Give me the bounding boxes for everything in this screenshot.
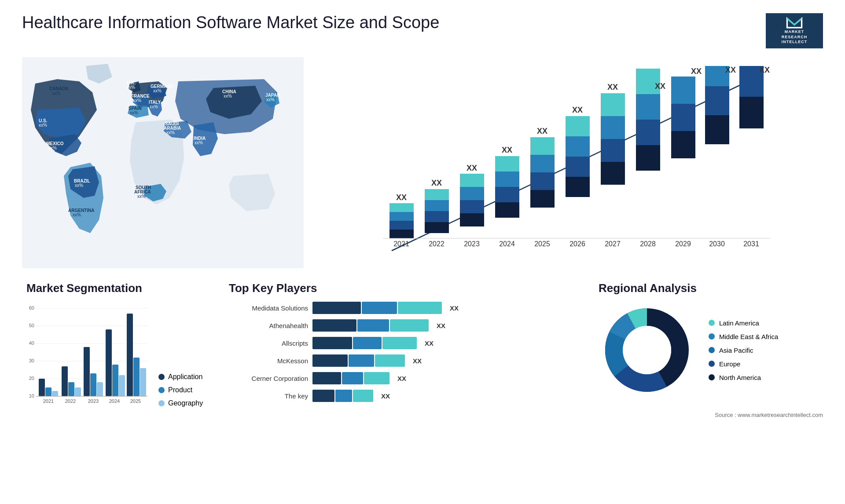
svg-text:50: 50 [29,323,34,328]
svg-text:xx%: xx% [48,146,57,150]
svg-text:10: 10 [29,393,34,398]
latin-america-dot [709,320,715,326]
legend-latin-america: Latin America [709,319,778,327]
svg-text:XX: XX [655,82,665,91]
world-map: CANADA xx% U.S. xx% MEXICO xx% BRAZIL xx… [22,57,304,268]
svg-rect-130 [140,368,146,396]
svg-text:2026: 2026 [569,240,585,248]
regional-legend: Latin America Middle East & Africa Asia … [709,319,778,381]
player-bar-dark-5 [312,372,341,384]
player-value-6: XX [381,392,390,400]
player-bar-light-6 [353,390,373,402]
europe-dot [709,361,715,367]
svg-text:40: 40 [29,340,34,346]
player-bar-dark-6 [312,390,334,402]
source-text: Source : www.marketresearchintellect.com [715,412,823,418]
svg-text:2025: 2025 [534,240,550,248]
main-content: CANADA xx% U.S. xx% MEXICO xx% BRAZIL xx… [22,57,823,412]
player-value-4: XX [413,357,422,365]
svg-text:XX: XX [759,66,770,74]
svg-rect-38 [389,212,414,221]
svg-rect-120 [84,347,90,396]
svg-text:2023: 2023 [464,240,480,248]
svg-rect-91 [705,86,729,115]
svg-text:2021: 2021 [43,398,54,404]
svg-rect-45 [425,189,449,200]
player-row-2: Athenahealth XX [229,319,577,332]
svg-text:XX: XX [431,179,442,187]
player-bars-3 [312,337,417,349]
svg-text:xx%: xx% [266,97,275,102]
segment-chart-area: 60 50 40 30 20 10 [26,302,207,407]
svg-rect-128 [127,314,133,396]
player-bars-1 [312,302,442,314]
player-bars-4 [312,354,405,367]
svg-rect-118 [75,387,81,396]
legend-north-america: North America [709,374,778,381]
svg-text:2030: 2030 [709,240,725,248]
svg-rect-90 [705,115,729,144]
player-row-6: The key XX [229,390,577,402]
svg-rect-86 [671,104,695,131]
donut-chart [599,302,695,398]
segmentation-title: Market Segmentation [26,281,207,295]
player-bars-2 [312,319,429,332]
segment-legend: Application Product Geography [158,373,203,407]
svg-text:2025: 2025 [130,398,141,404]
legend-application: Application [158,373,203,381]
player-bars-5 [312,372,389,384]
geography-dot [158,400,165,406]
svg-rect-42 [425,222,449,233]
svg-rect-79 [636,120,660,145]
player-bar-dark-2 [312,319,356,332]
svg-text:xx%: xx% [137,194,146,199]
svg-rect-43 [425,211,449,222]
svg-text:xx%: xx% [130,110,138,115]
page-container: Healthcare Information Software Market S… [0,0,845,425]
svg-text:2021: 2021 [393,240,409,248]
svg-rect-112 [39,379,45,396]
svg-text:XX: XX [725,66,736,74]
page-title: Healthcare Information Software Market S… [22,13,439,32]
svg-text:xx%: xx% [127,85,135,90]
player-value-5: XX [397,375,406,382]
logo-text: MARKET RESEARCH INTELLECT [782,29,808,45]
player-row-1: Medidata Solutions XX [229,302,577,314]
svg-rect-61 [530,172,555,190]
svg-rect-74 [601,116,625,139]
svg-text:20: 20 [29,376,34,381]
svg-text:2024: 2024 [499,240,515,248]
svg-text:2022: 2022 [429,240,445,248]
player-name-5: Cerner Corporation [229,375,308,382]
svg-rect-116 [62,366,68,396]
svg-rect-117 [68,382,74,396]
svg-rect-66 [566,177,590,197]
svg-rect-75 [601,93,625,116]
svg-rect-54 [495,202,519,218]
players-section: Top Key Players Medidata Solutions XX At… [224,277,581,412]
svg-text:xx%: xx% [150,104,158,109]
player-row-3: Allscripts XX [229,337,577,349]
svg-text:xx%: xx% [166,130,175,135]
svg-rect-60 [530,190,555,208]
svg-text:30: 30 [29,358,34,363]
svg-rect-129 [133,358,140,396]
svg-rect-51 [460,174,484,187]
svg-text:2027: 2027 [605,240,621,248]
svg-rect-67 [566,157,590,177]
player-name-2: Athenahealth [229,322,308,329]
product-dot [158,387,165,393]
logo-icon [783,17,805,29]
logo-box: MARKET RESEARCH INTELLECT [766,13,823,48]
player-bar-mid-6 [335,390,352,402]
svg-text:XX: XX [607,83,618,91]
svg-text:2031: 2031 [743,240,759,248]
svg-rect-44 [425,200,449,211]
map-section: CANADA xx% U.S. xx% MEXICO xx% BRAZIL xx… [22,57,304,268]
svg-rect-68 [566,136,590,157]
svg-rect-55 [495,187,519,202]
player-bar-mid-5 [342,372,363,384]
player-value-3: XX [425,340,434,347]
svg-text:2028: 2028 [640,240,656,248]
svg-rect-62 [530,155,555,172]
